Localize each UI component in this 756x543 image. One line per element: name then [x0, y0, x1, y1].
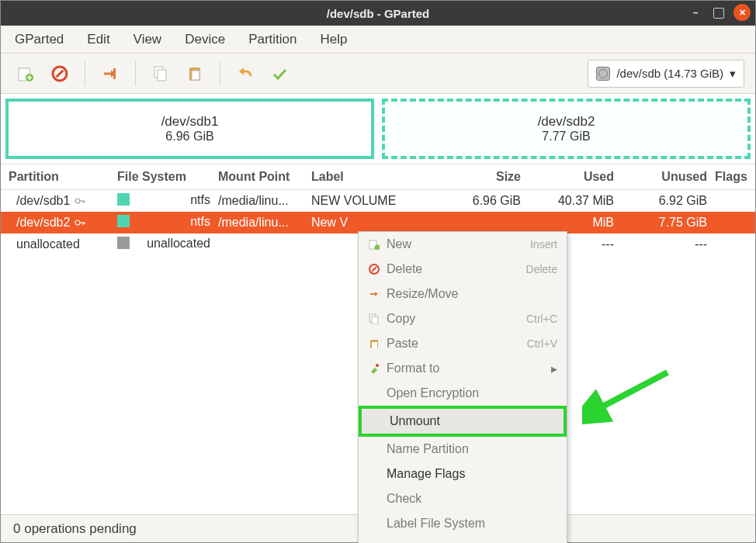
- context-menu-name-partition: Name Partition: [359, 437, 567, 462]
- context-menu-copy: CopyCtrl+C: [359, 306, 567, 331]
- context-menu-resize-move: Resize/Move: [359, 282, 567, 306]
- menu-edit[interactable]: Edit: [87, 32, 109, 47]
- close-button[interactable]: [733, 4, 751, 21]
- menu-item-label: Label File System: [387, 517, 485, 531]
- resize-icon: [368, 288, 380, 300]
- menu-gparted[interactable]: GParted: [15, 32, 64, 47]
- menu-item-label: Resize/Move: [387, 287, 458, 301]
- menu-item-label: Paste: [387, 337, 418, 351]
- used-value: MiB: [521, 216, 614, 230]
- partition-name: unallocated: [16, 237, 80, 251]
- svg-rect-18: [372, 342, 377, 348]
- window-title: /dev/sdb - GParted: [327, 7, 430, 20]
- partition-box-sdb2[interactable]: /dev/sdb2 7.77 GiB: [382, 99, 751, 159]
- th-unused[interactable]: Unused: [614, 170, 707, 184]
- volume-label: NEW VOLUME: [311, 194, 443, 208]
- unused-value: 6.92 GiB: [614, 194, 707, 208]
- th-label[interactable]: Label: [311, 170, 443, 184]
- menu-device[interactable]: Device: [185, 32, 225, 47]
- status-text: 0 operations pending: [13, 521, 137, 537]
- context-menu: NewInsertDeleteDeleteResize/MoveCopyCtrl…: [358, 231, 567, 543]
- menu-accel: Insert: [530, 238, 557, 251]
- context-menu-paste: PasteCtrl+V: [359, 331, 567, 356]
- svg-point-19: [376, 364, 379, 367]
- blank-icon: [368, 517, 380, 530]
- menu-accel: Delete: [526, 263, 557, 275]
- partition-name: /dev/sdb2: [16, 216, 70, 230]
- menu-item-label: New: [387, 237, 411, 251]
- minimize-button[interactable]: [687, 4, 704, 21]
- blank-icon: [368, 387, 380, 399]
- menu-item-label: Format to: [387, 361, 439, 375]
- context-menu-new-uuid: New UUID: [359, 536, 567, 543]
- th-size[interactable]: Size: [443, 170, 521, 184]
- menu-view[interactable]: View: [134, 32, 162, 47]
- volume-label: New V: [311, 216, 443, 230]
- blank-icon: [368, 493, 380, 505]
- th-used[interactable]: Used: [521, 170, 614, 184]
- submenu-arrow-icon: ▸: [551, 361, 557, 376]
- context-menu-unmount[interactable]: Unmount: [362, 409, 564, 434]
- used-value: 40.37 MiB: [521, 194, 614, 208]
- svg-rect-16: [372, 316, 378, 324]
- table-row[interactable]: /dev/sdb2ntfs/media/linu...New VMiB7.75 …: [1, 212, 755, 233]
- svg-point-10: [75, 220, 80, 225]
- menu-item-label: Name Partition: [387, 442, 469, 456]
- partition-name: /dev/sdb1: [16, 194, 70, 208]
- mount-point: /media/linu...: [218, 194, 311, 208]
- toolbar: /dev/sdb (14.73 GiB) ▾: [1, 54, 755, 94]
- svg-line-14: [372, 267, 376, 272]
- menubar: GParted Edit View Device Partition Help: [1, 26, 755, 54]
- fs-swatch-icon: [117, 237, 130, 249]
- paste-button[interactable]: [181, 60, 209, 88]
- device-picker[interactable]: /dev/sdb (14.73 GiB) ▾: [588, 60, 744, 88]
- copy-icon: [368, 313, 380, 325]
- resize-move-button[interactable]: [96, 60, 124, 88]
- blank-icon: [368, 443, 380, 455]
- svg-rect-6: [158, 70, 166, 81]
- menu-item-label: Manage Flags: [387, 467, 465, 481]
- context-menu-manage-flags[interactable]: Manage Flags: [359, 462, 567, 486]
- table-row[interactable]: /dev/sdb1ntfs/media/linu...NEW VOLUME6.9…: [1, 190, 755, 212]
- fs-swatch-icon: [117, 215, 130, 227]
- th-mountpoint[interactable]: Mount Point: [218, 170, 311, 184]
- context-menu-new: NewInsert: [359, 232, 567, 257]
- svg-rect-4: [113, 68, 116, 79]
- unused-value: ---: [614, 237, 707, 251]
- fs-type: ntfs: [190, 193, 210, 207]
- menu-item-label: Copy: [387, 312, 415, 326]
- copy-button[interactable]: [147, 60, 175, 88]
- partition-visual: /dev/sdb1 6.96 GiB /dev/sdb2 7.77 GiB: [1, 94, 755, 164]
- delete-button[interactable]: [46, 60, 74, 88]
- svg-rect-8: [192, 71, 199, 80]
- format-icon: [368, 362, 380, 375]
- menu-help[interactable]: Help: [321, 32, 348, 47]
- device-picker-label: /dev/sdb (14.73 GiB): [616, 67, 723, 80]
- blank-icon: [368, 468, 380, 480]
- th-partition[interactable]: Partition: [1, 170, 117, 184]
- table-header: Partition File System Mount Point Label …: [1, 164, 755, 190]
- menu-item-label: Unmount: [390, 414, 440, 428]
- th-filesystem[interactable]: File System: [117, 170, 218, 184]
- new-partition-button[interactable]: [12, 60, 40, 88]
- titlebar: /dev/sdb - GParted: [1, 1, 755, 26]
- menu-partition[interactable]: Partition: [248, 32, 297, 47]
- context-menu-check: Check: [359, 486, 567, 511]
- context-menu-open-encryption: Open Encryption: [359, 381, 567, 406]
- partition-box-sdb1[interactable]: /dev/sdb1 6.96 GiB: [5, 99, 374, 159]
- blank-icon: [371, 415, 383, 427]
- size-value: 6.96 GiB: [443, 194, 521, 208]
- th-flags[interactable]: Flags: [707, 170, 755, 184]
- deny-icon: [368, 263, 380, 275]
- menu-accel: Ctrl+C: [526, 313, 557, 325]
- apply-button[interactable]: [265, 60, 293, 88]
- menu-accel: Ctrl+V: [527, 337, 557, 350]
- mount-point: /media/linu...: [218, 216, 311, 230]
- new-icon: [368, 238, 380, 251]
- unused-value: 7.75 GiB: [614, 216, 707, 230]
- undo-button[interactable]: [231, 60, 259, 88]
- context-menu-format-to: Format to▸: [359, 356, 567, 381]
- fs-type: ntfs: [190, 215, 210, 229]
- chevron-down-icon: ▾: [730, 67, 736, 81]
- maximize-button[interactable]: [713, 8, 724, 19]
